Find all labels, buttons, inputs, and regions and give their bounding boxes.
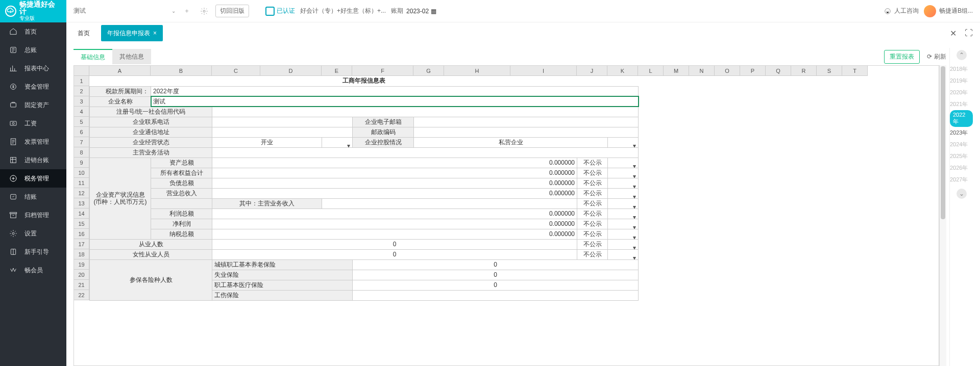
sidebar-item-archive[interactable]: 归档管理 — [0, 206, 66, 224]
dropdown-icon[interactable] — [608, 178, 639, 188]
sidebar-item-salary[interactable]: 工资 — [0, 114, 66, 133]
sidebar-item-tax[interactable]: 税务管理 — [0, 169, 66, 188]
col-head[interactable]: A — [89, 66, 151, 76]
status-select[interactable]: 开业 — [212, 137, 322, 147]
status-dropdown-icon[interactable] — [322, 137, 353, 147]
row-head[interactable]: 18 — [74, 249, 89, 259]
asset-value-input[interactable]: 0.000000 — [212, 158, 577, 168]
main-biz-input[interactable] — [212, 147, 639, 158]
col-head[interactable]: E — [322, 66, 352, 76]
reg-no-input[interactable] — [212, 107, 639, 117]
col-head[interactable]: F — [352, 66, 413, 76]
close-panel-icon[interactable]: ✕ — [950, 29, 957, 38]
asset-value-input[interactable]: 0.000000 — [212, 208, 577, 219]
sidebar-item-settings[interactable]: 设置 — [0, 224, 66, 243]
support-button[interactable]: 人工咨询 — [884, 7, 919, 15]
period-selector[interactable]: 账期 2023-02▦ — [391, 7, 436, 15]
refresh-button[interactable]: ⟳ 刷新 — [927, 53, 946, 61]
dropdown-icon[interactable] — [608, 219, 639, 229]
holding-dropdown-icon[interactable] — [608, 137, 639, 147]
phone-input[interactable] — [212, 117, 353, 127]
vertical-scrollbar[interactable] — [939, 65, 946, 366]
asset-value-input[interactable]: 0.000000 — [212, 178, 577, 188]
col-head[interactable] — [74, 66, 89, 76]
row-head[interactable]: 7 — [74, 137, 89, 147]
asset-disp[interactable]: 不公示 — [577, 208, 608, 219]
row-head[interactable]: 8 — [74, 147, 89, 158]
dropdown-icon[interactable] — [608, 168, 639, 178]
year-item[interactable]: 2022年 — [950, 110, 973, 127]
col-head[interactable]: Q — [766, 66, 791, 76]
insurance-input[interactable] — [353, 290, 639, 300]
email-input[interactable] — [414, 117, 639, 127]
period-value[interactable]: 2022年度 — [151, 86, 639, 96]
dropdown-icon[interactable] — [608, 229, 639, 239]
row-head[interactable]: 9 — [74, 158, 89, 168]
year-item[interactable]: 2019年 — [950, 75, 973, 87]
switch-old-button[interactable]: 切回旧版 — [215, 5, 249, 17]
col-head[interactable]: D — [260, 66, 322, 76]
col-head[interactable]: M — [664, 66, 689, 76]
row-head[interactable]: 22 — [74, 290, 89, 300]
insurance-input[interactable]: 0 — [353, 270, 639, 280]
female-input[interactable]: 0 — [212, 249, 577, 259]
row-head[interactable]: 1 — [74, 76, 89, 86]
row-head[interactable]: 19 — [74, 259, 89, 270]
sidebar-item-funds[interactable]: 资金管理 — [0, 77, 66, 96]
insurance-input[interactable]: 0 — [353, 280, 639, 290]
year-item[interactable]: 2018年 — [950, 63, 973, 75]
asset-disp[interactable]: 不公示 — [577, 229, 608, 239]
asset-value-input[interactable]: 0.000000 — [212, 168, 577, 178]
sidebar-item-guide[interactable]: 新手引导 — [0, 243, 66, 261]
row-head[interactable]: 6 — [74, 127, 89, 137]
col-head[interactable]: S — [817, 66, 842, 76]
row-head[interactable]: 10 — [74, 168, 89, 178]
sidebar-item-close[interactable]: 结账 — [0, 188, 66, 206]
year-up-icon[interactable]: ⌃ — [957, 50, 967, 60]
dropdown-icon[interactable] — [608, 158, 639, 168]
dropdown-icon[interactable] — [608, 208, 639, 219]
user-menu[interactable]: 畅捷通B组... — [924, 5, 973, 17]
sidebar-item-home[interactable]: 首页 — [0, 22, 66, 41]
gear-icon[interactable] — [198, 5, 210, 17]
col-head[interactable]: K — [607, 66, 638, 76]
sidebar-item-report[interactable]: 报表中心 — [0, 59, 66, 77]
col-head[interactable]: I — [510, 66, 577, 76]
dropdown-icon[interactable] — [608, 239, 639, 249]
year-item[interactable]: 2024年 — [950, 139, 973, 150]
col-head[interactable]: H — [444, 66, 510, 76]
row-head[interactable]: 12 — [74, 188, 89, 198]
row-head[interactable]: 13 — [74, 198, 89, 208]
year-down-icon[interactable]: ⌄ — [957, 189, 967, 199]
asset-disp[interactable]: 不公示 — [577, 168, 608, 178]
employees-input[interactable]: 0 — [212, 239, 577, 249]
employees-disp[interactable]: 不公示 — [577, 239, 608, 249]
col-head[interactable]: C — [212, 66, 260, 76]
sidebar-item-invoice[interactable]: 发票管理 — [0, 133, 66, 151]
year-item[interactable]: 2021年 — [950, 98, 973, 110]
row-head[interactable]: 14 — [74, 208, 89, 219]
fullscreen-icon[interactable]: ⛶ — [965, 29, 973, 38]
subtab-other[interactable]: 其他信息 — [112, 49, 151, 64]
dropdown-icon[interactable] — [608, 249, 639, 259]
sidebar-item-asset[interactable]: 固定资产 — [0, 96, 66, 114]
subtab-basic[interactable]: 基础信息 — [74, 49, 112, 64]
tab-home[interactable]: 首页 — [74, 22, 94, 44]
row-head[interactable]: 21 — [74, 280, 89, 290]
row-head[interactable]: 4 — [74, 107, 89, 117]
spreadsheet[interactable]: ABCDEFGHIJKLMNOPQRST 1234567891011121314… — [74, 65, 939, 366]
asset-disp[interactable]: 不公示 — [577, 178, 608, 188]
col-head[interactable]: T — [842, 66, 868, 76]
sidebar-item-inventory[interactable]: 进销台账 — [0, 151, 66, 169]
year-item[interactable]: 2020年 — [950, 87, 973, 98]
col-head[interactable]: N — [689, 66, 715, 76]
postcode-input[interactable] — [414, 127, 639, 137]
row-head[interactable]: 11 — [74, 178, 89, 188]
asset-value-input[interactable] — [322, 198, 577, 208]
reset-button[interactable]: 重置报表 — [884, 50, 920, 64]
asset-disp[interactable]: 不公示 — [577, 188, 608, 198]
asset-value-input[interactable]: 0.000000 — [212, 229, 577, 239]
asset-value-input[interactable]: 0.000000 — [212, 188, 577, 198]
asset-disp[interactable]: 不公示 — [577, 219, 608, 229]
close-icon[interactable]: × — [153, 30, 157, 37]
